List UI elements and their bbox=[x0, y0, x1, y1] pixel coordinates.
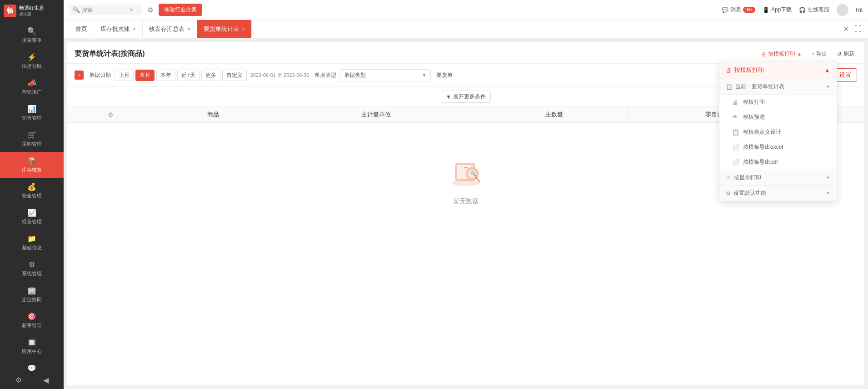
main-content: 🔍 ▼ ⚙ 体验行业方案 💬 消息 99+ 📱 App下载 🎧 在线客服 Rit bbox=[64, 0, 868, 389]
tab-home[interactable]: 首页 bbox=[69, 20, 94, 38]
current-template-header[interactable]: 📋 当前：要货单统计表 ▼ bbox=[719, 79, 837, 94]
footer-settings-icon[interactable]: ⚙ bbox=[15, 376, 22, 384]
page-header: 要货单统计表(按商品) 🖨 按模板打印 ▲ ↑ 导出 ↺ 刷新 bbox=[67, 42, 864, 64]
current-template-section: 📋 当前：要货单统计表 ▼ bbox=[719, 79, 837, 95]
goods-order-label: 要货单 bbox=[436, 71, 453, 79]
sidebar-item-quick-nav-label: 快捷导航 bbox=[22, 63, 42, 70]
trial-button[interactable]: 体验行业方案 bbox=[159, 4, 202, 16]
table-settings-icon[interactable]: ⚙ bbox=[108, 111, 114, 118]
sidebar-item-quick-nav[interactable]: ⚡ 快捷导航 bbox=[0, 48, 64, 74]
logo-icon: 畅 bbox=[4, 5, 16, 17]
sidebar-item-purchase[interactable]: 🛒 采购管理 bbox=[0, 126, 64, 152]
tab-receivable-summary[interactable]: 收发存汇总表 × bbox=[143, 20, 197, 38]
sidebar-item-system[interactable]: ⚙ 系统管理 bbox=[0, 256, 64, 282]
tab-inventory-batch-close[interactable]: × bbox=[133, 26, 136, 32]
order-type-value: 单据类型 bbox=[344, 71, 366, 79]
display-print-section: 🖨 按显示打印 ▼ bbox=[719, 170, 837, 186]
sidebar-item-operations-label: 经营管理 bbox=[22, 218, 42, 225]
sidebar-item-finance[interactable]: 💰 资金管理 bbox=[0, 178, 64, 204]
table-col-goods: 商品 bbox=[154, 107, 272, 123]
message-item[interactable]: 💬 消息 99+ bbox=[722, 6, 755, 14]
app-edition: 标准版 bbox=[19, 11, 44, 17]
sidebar-item-enterprise[interactable]: 🏢 企业协同 bbox=[0, 282, 64, 308]
sidebar-item-wechat[interactable]: 💬 企业微信 bbox=[0, 359, 64, 371]
topbar-right: 💬 消息 99+ 📱 App下载 🎧 在线客服 Rit bbox=[722, 4, 863, 16]
footer-collapse-icon[interactable]: ◀ bbox=[43, 376, 49, 384]
topbar-search-box[interactable]: 🔍 ▼ bbox=[69, 5, 142, 15]
app-logo: 畅 畅通好生意 标准版 bbox=[0, 0, 64, 22]
template-print-label: 模板打印 bbox=[743, 98, 765, 106]
dropdown-item-template-export-pdf[interactable]: 📄 按模板导出pdf bbox=[719, 155, 837, 170]
search-input[interactable] bbox=[82, 7, 127, 13]
dropdown-item-template-export-excel[interactable]: 📄 按模板导出excel bbox=[719, 140, 837, 155]
sidebar-item-search-label: 搜索菜单 bbox=[22, 37, 42, 44]
empty-text: 暂无数据 bbox=[453, 197, 479, 206]
app-download-icon: 📱 bbox=[763, 7, 769, 13]
date-btn-this-year[interactable]: 本年 bbox=[156, 70, 175, 81]
sidebar-item-search[interactable]: 🔍 搜索菜单 bbox=[0, 22, 64, 48]
sidebar-item-apps[interactable]: 🔲 应用中心 bbox=[0, 333, 64, 359]
template-export-pdf-label: 按模板导出pdf bbox=[743, 158, 778, 166]
dropdown-item-template-print[interactable]: 🖨 模板打印 bbox=[719, 95, 837, 110]
empty-illustration: 🔍 bbox=[443, 154, 489, 190]
enterprise-icon: 🏢 bbox=[27, 286, 36, 295]
newbie-icon: 🎯 bbox=[27, 312, 36, 321]
wechat-icon: 💬 bbox=[27, 364, 36, 371]
date-btn-this-month[interactable]: 本月 bbox=[135, 70, 155, 81]
dropdown-item-template-preview[interactable]: 👁 模板预览 bbox=[719, 110, 837, 125]
tab-order-stats-close[interactable]: × bbox=[242, 26, 245, 32]
sidebar-item-inventory-label: 库存核算 bbox=[22, 167, 42, 173]
printer-header-icon: 🖨 bbox=[726, 67, 732, 74]
sidebar-item-enterprise-label: 企业协同 bbox=[22, 296, 42, 303]
app-download-item[interactable]: 📱 App下载 bbox=[763, 6, 792, 14]
date-btn-more[interactable]: 更多 bbox=[201, 70, 220, 81]
basic-icon: 📁 bbox=[27, 234, 36, 243]
sidebar-item-inventory[interactable]: 📦 库存核算 bbox=[0, 152, 64, 178]
current-template-icon: 📋 bbox=[726, 84, 733, 90]
sidebar-item-sales[interactable]: 📊 销售管理 bbox=[0, 100, 64, 126]
dropdown-item-template-design[interactable]: 📋 模板自定义设计 bbox=[719, 125, 837, 140]
expand-conditions-button[interactable]: ▼ 展开更多条件 bbox=[441, 91, 491, 103]
print-template-button[interactable]: 🖨 按模板打印 ▲ bbox=[758, 48, 804, 60]
default-function-label: 设置默认功能 bbox=[733, 189, 766, 197]
online-service-item[interactable]: 🎧 在线客服 bbox=[799, 6, 829, 14]
date-btn-7days[interactable]: 近7天 bbox=[177, 70, 200, 81]
date-range-display: 2023-06-01 至 2023-06-30 bbox=[250, 72, 309, 79]
message-badge: 99+ bbox=[743, 7, 755, 13]
date-btn-last-month[interactable]: 上月 bbox=[115, 70, 134, 81]
filter-arrow-button[interactable]: › bbox=[75, 71, 84, 80]
refresh-label: 刷新 bbox=[843, 50, 854, 58]
avatar[interactable] bbox=[837, 4, 848, 16]
default-function-header[interactable]: ⚙ 设置默认功能 ▼ bbox=[719, 186, 837, 201]
tabbar-expand-btn[interactable]: ⛶ bbox=[853, 24, 863, 34]
message-icon: 💬 bbox=[722, 7, 728, 13]
sidebar-item-apps-label: 应用中心 bbox=[22, 348, 42, 355]
tab-inventory-batch[interactable]: 库存批次账 × bbox=[94, 20, 143, 38]
topbar-gear-icon[interactable]: ⚙ bbox=[147, 6, 153, 14]
sidebar-item-marketing[interactable]: 📣 营销推广 bbox=[0, 74, 64, 100]
headset-icon: 🎧 bbox=[799, 7, 806, 13]
export-button[interactable]: ↑ 导出 bbox=[809, 48, 830, 60]
template-export-excel-label: 按模板导出excel bbox=[743, 143, 783, 151]
order-type-select[interactable]: 单据类型 ▼ bbox=[340, 69, 431, 81]
current-template-label: 当前：要货单统计表 bbox=[735, 83, 784, 91]
tabbar-close-btn[interactable]: ✕ bbox=[842, 24, 850, 34]
refresh-button[interactable]: ↺ 刷新 bbox=[834, 48, 857, 60]
template-design-icon: 📋 bbox=[732, 129, 739, 136]
sidebar-item-operations[interactable]: 📈 经营管理 bbox=[0, 204, 64, 230]
sidebar-item-finance-label: 资金管理 bbox=[22, 192, 42, 199]
user-name: Rit bbox=[856, 7, 863, 13]
order-type-label: 单据类型 bbox=[314, 71, 336, 79]
display-print-header[interactable]: 🖨 按显示打印 ▼ bbox=[719, 170, 837, 185]
table-col-settings[interactable]: ⚙ bbox=[67, 107, 154, 123]
tab-order-stats-label: 要货单统计表 bbox=[204, 25, 239, 33]
sidebar-item-newbie[interactable]: 🎯 新手引导 bbox=[0, 308, 64, 333]
order-type-filter-section: 单据类型 单据类型 ▼ bbox=[314, 69, 431, 81]
tab-receivable-summary-close[interactable]: × bbox=[187, 26, 190, 32]
svg-line-6 bbox=[476, 178, 479, 182]
dropdown-close-icon[interactable]: ▲ bbox=[824, 66, 830, 74]
table-col-unit: 主计量单位 bbox=[272, 107, 480, 123]
tab-order-stats[interactable]: 要货单统计表 × bbox=[197, 20, 252, 38]
sidebar-item-basic[interactable]: 📁 基础信息 bbox=[0, 230, 64, 256]
date-btn-custom[interactable]: 自定义 bbox=[222, 70, 247, 81]
